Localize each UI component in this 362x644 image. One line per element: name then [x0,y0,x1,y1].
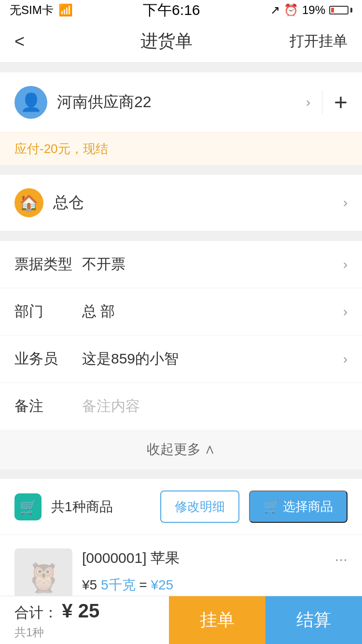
unit-price: ¥5 [82,577,97,592]
avatar: 👤 [14,86,47,119]
location-icon: ↗ [270,3,280,17]
salesperson-row[interactable]: 业务员 这是859的小智 › [0,335,362,382]
status-right: ↗ ⏰ 19% [270,3,352,17]
products-icon: 🛒 [14,493,42,520]
page-title: 进货单 [140,29,193,53]
dept-row[interactable]: 部门 总 部 › [0,288,362,335]
total-sub: 共1种 [14,625,154,640]
remark-row[interactable]: 备注 备注内容 [0,382,362,430]
chevron-right-icon: › [343,304,348,320]
back-button[interactable]: < [14,31,43,52]
select-product-button[interactable]: 🛒 选择商品 [249,490,348,523]
salesperson-value: 这是859的小智 [82,349,343,369]
chevron-right-icon: › [343,195,348,210]
warehouse-name: 总仓 [53,192,343,213]
collapse-label: 收起更多 ∧ [147,440,216,459]
supplier-section: 👤 河南供应商22 › + 应付-20元，现结 [0,72,362,165]
products-header: 🛒 共1种商品 修改明细 🛒 选择商品 [0,479,362,534]
dept-value: 总 部 [82,302,343,322]
edit-detail-button[interactable]: 修改明细 [160,490,239,523]
bottom-bar: 合计： ¥ 25 共1种 挂单 结算 [0,596,362,644]
wifi-icon: 📶 [58,3,73,17]
invoice-value: 不开票 [82,254,343,274]
invoice-row[interactable]: 票据类型 不开票 › [0,240,362,288]
form-section: 票据类型 不开票 › 部门 总 部 › 业务员 这是859的小智 › 备注 备注… [0,240,362,430]
select-product-icon: 🛒 [264,499,279,514]
more-options-button[interactable]: ··· [334,548,348,568]
invoice-label: 票据类型 [14,254,82,274]
status-bar: 无SIM卡 📶 下午6:16 ↗ ⏰ 19% [0,0,362,20]
status-left: 无SIM卡 📶 [10,2,73,18]
products-count: 共1种商品 [51,498,151,516]
collapse-button[interactable]: 收起更多 ∧ [0,430,362,469]
total-main: 合计： ¥ 25 [14,600,154,623]
supplier-row[interactable]: 👤 河南供应商22 › + [0,72,362,132]
warehouse-icon: 🏠 [14,188,43,217]
supplier-alert: 应付-20元，现结 [0,132,362,165]
supplier-name: 河南供应商22 [57,92,306,113]
product-total: ¥25 [151,577,173,592]
chevron-right-icon: › [343,257,348,272]
divider [322,90,322,114]
remark-input[interactable]: 备注内容 [82,396,348,416]
battery-indicator [329,6,352,14]
total-label: 合计： [14,604,58,620]
status-time: 下午6:16 [143,0,200,20]
product-name: [0000001] 苹果 [82,548,325,568]
warehouse-row[interactable]: 🏠 总仓 › [0,175,362,231]
avatar-icon: 👤 [20,92,42,112]
remark-label: 备注 [14,396,82,416]
owl-icon: 🦉 [26,560,62,595]
product-code: [0000001] [82,550,146,566]
checkout-button[interactable]: 结算 [265,596,362,644]
warehouse-section: 🏠 总仓 › [0,175,362,231]
total-section: 合计： ¥ 25 共1种 [0,600,169,640]
equals-sign: = [139,577,151,592]
chevron-right-icon: › [306,95,310,110]
add-supplier-button[interactable]: + [334,91,348,114]
open-hang-button[interactable]: 打开挂单 [290,31,348,51]
select-product-label: 选择商品 [283,498,333,515]
product-qty: 5千克 [101,577,136,592]
product-title: 苹果 [151,550,180,566]
chevron-right-icon: › [343,351,348,367]
hang-button[interactable]: 挂单 [169,596,265,644]
product-price: ¥5 5千克 = ¥25 [82,576,325,594]
nav-bar: < 进货单 打开挂单 [0,20,362,63]
total-amount: ¥ 25 [62,600,99,621]
carrier-label: 无SIM卡 [10,2,54,18]
dept-label: 部门 [14,302,82,322]
alarm-icon: ⏰ [284,3,298,17]
salesperson-label: 业务员 [14,349,82,369]
battery-percent: 19% [302,3,325,17]
